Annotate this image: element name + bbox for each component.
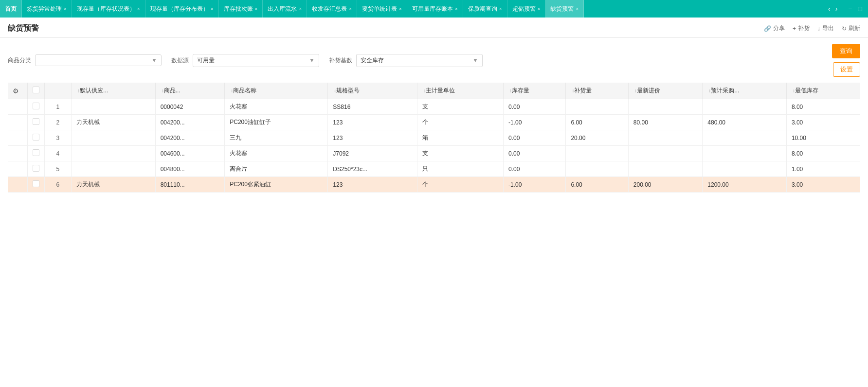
nav-tab-9[interactable]: 保质期查询 × — [463, 0, 507, 18]
col-replenish-qty: ↕补货量 — [566, 83, 628, 99]
nav-tab-5[interactable]: 出入库流水 × — [263, 0, 307, 18]
nav-tab-1[interactable]: 炼货异常处理 × — [22, 0, 72, 18]
nav-scroll-right[interactable]: › — [833, 4, 840, 14]
row-est-purchase: 1200.00 — [703, 177, 787, 193]
col-settings: ⚙ — [8, 83, 27, 99]
row-spec: 123 — [328, 130, 417, 146]
nav-tab-home[interactable]: 首页 — [0, 0, 22, 18]
nav-tab-5-close[interactable]: × — [299, 6, 302, 12]
col-num — [44, 83, 72, 99]
col-min-stock: ↕最低库存 — [786, 83, 860, 99]
export-button[interactable]: ↓ 导出 — [817, 24, 834, 33]
row-checkbox-cell — [27, 177, 44, 193]
category-chevron-icon: ▼ — [151, 57, 157, 64]
nav-tab-10[interactable]: 超储预警 × — [507, 0, 546, 18]
row-unit: 支 — [417, 146, 504, 161]
nav-tab-4[interactable]: 库存批次账 × — [219, 0, 263, 18]
filter-category-select[interactable]: ▼ — [35, 54, 162, 66]
nav-tab-8[interactable]: 可用量库存账本 × — [407, 0, 463, 18]
share-label: 分享 — [773, 24, 785, 33]
row-checkbox-cell — [27, 161, 44, 177]
nav-tab-8-close[interactable]: × — [455, 6, 458, 12]
table-row: 1 0000042 火花塞 SS816 支 0.00 8.00 — [8, 99, 860, 115]
col-spec: ↕规格型号 — [328, 83, 417, 99]
row-checkbox-cell — [27, 115, 44, 130]
filter-bar: 商品分类 ▼ 数据源 可用量 ▼ 补货基数 安全库存 ▼ 查询 设置 — [0, 38, 868, 83]
export-icon: ↓ — [817, 25, 820, 32]
col-check — [27, 83, 44, 99]
nav-tab-9-close[interactable]: × — [499, 6, 502, 12]
nav-tab-2[interactable]: 现存量（库存状况表） × — [72, 0, 145, 18]
replenish-button[interactable]: + 补货 — [793, 24, 810, 33]
nav-tab-3[interactable]: 现存量（库存分布表） × — [145, 0, 219, 18]
row-product-code: 0000042 — [155, 99, 225, 115]
row-checkbox[interactable] — [33, 149, 39, 156]
nav-tab-11-label: 缺货预警 — [550, 5, 574, 13]
table-row: 6 力天机械 801110... PC200张紧油缸 123 个 -1.00 6… — [8, 177, 860, 193]
filter-category-group: 商品分类 ▼ — [8, 54, 162, 66]
nav-tab-7[interactable]: 要货单统计表 × — [357, 0, 407, 18]
filter-datasource-value: 可用量 — [197, 56, 215, 65]
nav-tab-6-close[interactable]: × — [349, 6, 352, 12]
row-spec: 123 — [328, 115, 417, 130]
row-product-code: 801110... — [155, 177, 225, 193]
row-latest-price: 200.00 — [628, 177, 703, 193]
row-latest-price — [628, 130, 703, 146]
nav-minimize-btn[interactable]: − — [846, 4, 854, 14]
row-num: 1 — [44, 99, 72, 115]
settings-button[interactable]: 设置 — [833, 62, 860, 77]
nav-tab-3-close[interactable]: × — [211, 6, 214, 12]
nav-scroll-left[interactable]: ‹ — [826, 4, 832, 14]
row-checkbox[interactable] — [33, 180, 39, 187]
row-est-purchase — [703, 130, 787, 146]
filter-replenish-base-value: 安全库存 — [361, 56, 384, 65]
filter-datasource-select[interactable]: 可用量 ▼ — [193, 54, 319, 67]
nav-tab-4-close[interactable]: × — [255, 6, 258, 12]
nav-tab-10-close[interactable]: × — [538, 6, 541, 12]
right-buttons: 查询 设置 — [832, 44, 860, 77]
settings-gear-icon[interactable]: ⚙ — [13, 87, 19, 95]
refresh-button[interactable]: ↻ 刷新 — [842, 24, 860, 33]
row-checkbox[interactable] — [33, 165, 39, 172]
row-checkbox[interactable] — [33, 103, 39, 109]
nav-tab-7-close[interactable]: × — [399, 6, 402, 12]
datasource-chevron-icon: ▼ — [309, 57, 315, 64]
filter-replenish-base-group: 补货基数 安全库存 ▼ — [329, 54, 483, 67]
row-product-code: 004800... — [155, 161, 225, 177]
row-checkbox[interactable] — [33, 118, 39, 125]
nav-tab-2-close[interactable]: × — [137, 6, 140, 12]
nav-tab-11[interactable]: 缺货预警 × — [545, 0, 584, 18]
row-min-stock: 1.00 — [786, 161, 860, 177]
row-unit: 个 — [417, 177, 504, 193]
nav-tab-1-close[interactable]: × — [64, 6, 67, 12]
refresh-icon: ↻ — [842, 25, 847, 32]
row-min-stock: 3.00 — [786, 115, 860, 130]
filter-datasource-group: 数据源 可用量 ▼ — [171, 54, 319, 67]
row-replenish-qty: 20.00 — [566, 130, 628, 146]
nav-tab-2-label: 现存量（库存状况表） — [77, 5, 135, 13]
row-checkbox[interactable] — [33, 134, 39, 141]
page-header: 缺货预警 🔗 分享 + 补货 ↓ 导出 ↻ 刷新 — [0, 18, 868, 38]
header-checkbox[interactable] — [33, 87, 39, 93]
filter-replenish-base-select[interactable]: 安全库存 ▼ — [356, 54, 483, 67]
row-product-name: 离合片 — [225, 161, 328, 177]
nav-tab-8-label: 可用量库存账本 — [412, 5, 453, 13]
row-checkbox-cell — [27, 146, 44, 161]
nav-maximize-btn[interactable]: □ — [856, 4, 864, 14]
row-product-code: 004200... — [155, 130, 225, 146]
row-default-supplier: 力天机械 — [72, 115, 156, 130]
query-button[interactable]: 查询 — [832, 44, 860, 58]
nav-tab-6[interactable]: 收发存汇总表 × — [307, 0, 357, 18]
col-latest-price: ↕最新进价 — [628, 83, 703, 99]
row-checkbox-cell — [27, 99, 44, 115]
nav-tab-11-close[interactable]: × — [576, 6, 579, 12]
refresh-label: 刷新 — [849, 24, 860, 33]
nav-tab-home-label: 首页 — [5, 5, 17, 13]
row-settings-cell — [8, 161, 27, 177]
table-container: ⚙ ↕默认供应... ↕商品... ↕商品名称 — [0, 83, 868, 193]
row-min-stock: 3.00 — [786, 177, 860, 193]
row-est-purchase — [703, 99, 787, 115]
nav-tab-4-label: 库存批次账 — [224, 5, 253, 13]
page-title: 缺货预警 — [8, 23, 39, 34]
share-button[interactable]: 🔗 分享 — [764, 24, 785, 33]
